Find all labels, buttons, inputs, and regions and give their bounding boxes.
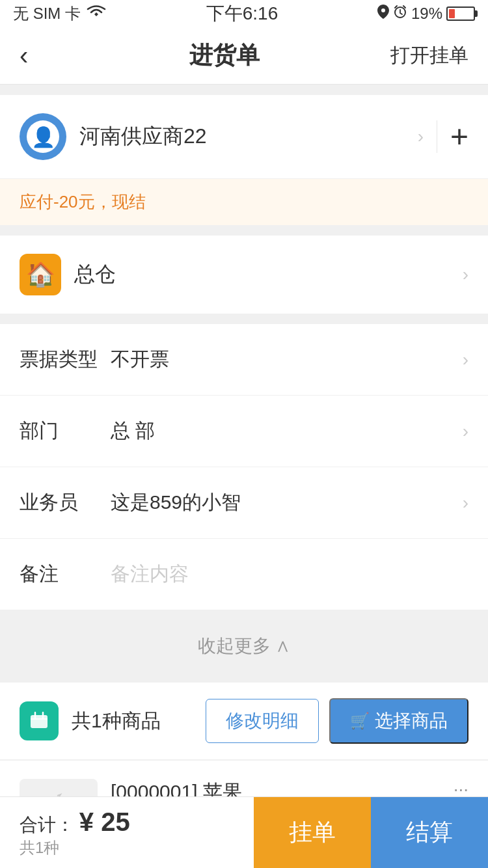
- avatar: 👤: [20, 113, 66, 160]
- open-hang-order-button[interactable]: 打开挂单: [390, 42, 468, 69]
- main-content: 👤 河南供应商22 › + 应付-20元，现结 🏠 总仓 › 票据类型 不开票 …: [0, 85, 488, 868]
- status-time: 下午6:16: [206, 1, 278, 26]
- divider: [437, 120, 437, 153]
- location-icon: [377, 5, 389, 23]
- total-count: 共1种: [20, 837, 234, 858]
- total-amount: ¥ 25: [79, 807, 130, 836]
- chevron-right-icon-2: ›: [463, 264, 468, 285]
- status-right: 19%: [377, 5, 475, 23]
- alert-row: 应付-20元，现结: [0, 179, 488, 225]
- department-value: 总 部: [98, 418, 456, 444]
- battery-percent: 19%: [411, 5, 442, 23]
- back-button[interactable]: ‹: [20, 41, 59, 70]
- status-bar: 无 SIM 卡 下午6:16 19%: [0, 0, 488, 27]
- remark-value[interactable]: 备注内容: [98, 561, 468, 588]
- department-row[interactable]: 部门 总 部 ›: [0, 396, 488, 467]
- invoice-type-row[interactable]: 票据类型 不开票 ›: [0, 324, 488, 396]
- page-title: 进货单: [189, 40, 260, 72]
- salesperson-label: 业务员: [20, 489, 98, 516]
- supplier-section: 👤 河南供应商22 › +: [0, 95, 488, 179]
- battery-icon: [446, 7, 475, 21]
- product-header: 共1种商品 修改明细 🛒 选择商品: [0, 683, 488, 759]
- person-icon: 👤: [31, 126, 55, 148]
- collapse-row[interactable]: 收起更多 ∧: [0, 620, 488, 672]
- select-product-button[interactable]: 🛒 选择商品: [329, 698, 468, 744]
- carrier-text: 无 SIM 卡: [13, 3, 81, 24]
- hang-order-button[interactable]: 挂单: [254, 797, 371, 868]
- collapse-label: 收起更多 ∧: [198, 634, 291, 658]
- alert-text: 应付-20元，现结: [20, 192, 146, 211]
- bottom-bar: 合计： ¥ 25 共1种 挂单 结算: [0, 796, 488, 868]
- supplier-name[interactable]: 河南供应商22: [79, 122, 411, 151]
- form-section: 票据类型 不开票 › 部门 总 部 › 业务员 这是859的小智 › 备注 备注…: [0, 324, 488, 610]
- gap-1: [0, 85, 488, 95]
- invoice-type-label: 票据类型: [20, 346, 98, 373]
- invoice-type-value: 不开票: [98, 346, 456, 373]
- chevron-right-icon: ›: [418, 126, 424, 147]
- total-section: 合计： ¥ 25 共1种: [0, 797, 254, 868]
- status-left: 无 SIM 卡: [13, 3, 107, 24]
- warehouse-name: 总仓: [74, 260, 456, 289]
- chevron-right-icon-3: ›: [463, 349, 468, 370]
- product-count: 共1种商品: [72, 708, 206, 735]
- total-label: 合计：: [20, 815, 74, 835]
- warehouse-section[interactable]: 🏠 总仓 ›: [0, 236, 488, 314]
- add-button[interactable]: +: [450, 121, 468, 152]
- nav-bar: ‹ 进货单 打开挂单: [0, 27, 488, 85]
- gap-2: [0, 225, 488, 236]
- wifi-icon: [86, 5, 107, 23]
- salesperson-value: 这是859的小智: [98, 489, 456, 516]
- salesperson-row[interactable]: 业务员 这是859的小智 ›: [0, 467, 488, 539]
- edit-detail-button[interactable]: 修改明细: [206, 699, 319, 743]
- remark-label: 备注: [20, 561, 98, 588]
- svg-rect-1: [31, 715, 47, 728]
- product-icon: [20, 701, 59, 740]
- checkout-button[interactable]: 结算: [371, 797, 488, 868]
- checkout-label: 结算: [406, 817, 453, 848]
- department-label: 部门: [20, 418, 98, 444]
- hang-order-label: 挂单: [289, 817, 336, 848]
- cart-icon: 🛒: [350, 712, 370, 730]
- chevron-right-icon-4: ›: [463, 421, 468, 442]
- alarm-icon: [393, 5, 407, 23]
- warehouse-icon: 🏠: [20, 254, 61, 295]
- select-product-label: 选择商品: [375, 709, 448, 733]
- remark-row[interactable]: 备注 备注内容: [0, 539, 488, 610]
- chevron-right-icon-5: ›: [463, 493, 468, 513]
